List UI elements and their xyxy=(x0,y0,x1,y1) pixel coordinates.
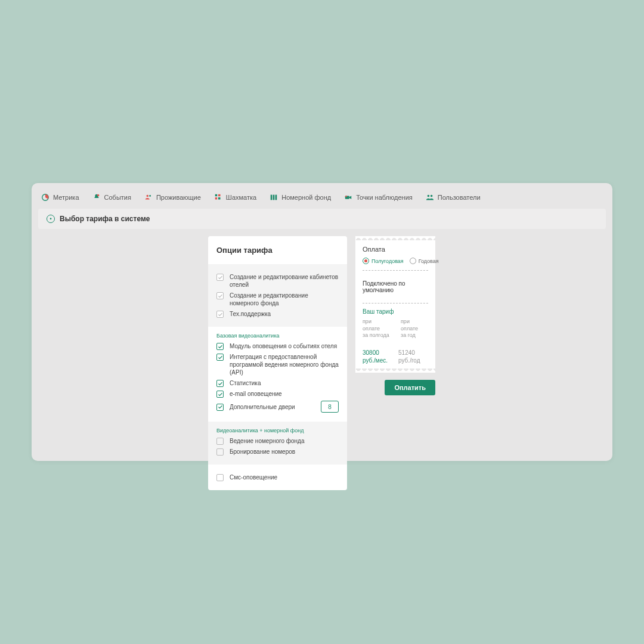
tariff-options-panel: Опции тарифа Создание и редактирование к… xyxy=(208,236,347,490)
price-headers: при оплатеза полгода при оплатеза год xyxy=(363,318,428,339)
page-title-bar: • Выбор тарифа в системе xyxy=(38,209,606,229)
svg-rect-10 xyxy=(275,195,277,200)
svg-rect-7 xyxy=(218,197,221,200)
nav-label: Пользователи xyxy=(438,194,481,201)
svg-point-3 xyxy=(149,195,151,197)
option-row[interactable]: Смс-оповещение xyxy=(216,473,339,481)
radio-half-year[interactable]: Полугодовая xyxy=(363,258,404,264)
svg-rect-8 xyxy=(271,195,273,200)
svg-point-1 xyxy=(97,194,99,197)
receipt-title: Оплата xyxy=(363,246,428,253)
pie-chart-icon xyxy=(41,193,49,202)
section-title: Базовая видеоаналитика xyxy=(216,333,339,339)
option-label: Ведение номерного фонда xyxy=(230,437,339,445)
radio-dot-icon xyxy=(363,258,369,264)
radio-label: Годовая xyxy=(419,258,439,264)
radio-dot-icon xyxy=(410,258,416,264)
period-radio-group: Полугодовая Годовая xyxy=(363,258,428,264)
svg-rect-6 xyxy=(215,197,218,200)
checkbox-icon[interactable] xyxy=(216,354,224,361)
option-label: Бронирование номеров xyxy=(230,448,339,456)
pay-button[interactable]: Оплатить xyxy=(385,380,435,395)
nav-users[interactable]: Пользователи xyxy=(426,193,481,202)
bars-icon xyxy=(270,193,278,202)
sms-section: Смс-оповещение xyxy=(208,465,347,490)
people-icon xyxy=(144,193,153,202)
option-label: Дополнительные двери xyxy=(230,403,315,411)
nav-chess[interactable]: Шахматка xyxy=(214,193,256,202)
checkbox-icon[interactable] xyxy=(216,474,224,481)
option-label: Модуль оповещения о событиях отеля xyxy=(230,342,339,350)
nav-surveillance[interactable]: Точки наблюдения xyxy=(344,193,413,202)
option-row[interactable]: Статистика xyxy=(216,379,339,387)
page-title: Выбор тарифа в системе xyxy=(60,215,150,223)
option-row: Создание и редактирование кабинетов отел… xyxy=(216,273,339,289)
full-analytics-section: Видеоаналитика + номерной фонд Ведение н… xyxy=(208,422,347,465)
price-year: 51240руб./год xyxy=(398,349,420,364)
radio-year[interactable]: Годовая xyxy=(410,258,439,264)
option-label: e-mail оповещение xyxy=(230,390,339,398)
camera-icon xyxy=(344,193,352,202)
users-icon xyxy=(426,193,434,202)
nav-rooms[interactable]: Номерной фонд xyxy=(270,193,331,202)
nav-label: Метрика xyxy=(53,194,79,201)
option-row: Тех.поддержка xyxy=(216,310,339,318)
your-tariff-label: Ваш тариф xyxy=(363,308,428,315)
nav-label: Точки наблюдения xyxy=(356,194,413,201)
option-row[interactable]: Модуль оповещения о событиях отеля xyxy=(216,342,339,350)
top-nav: Метрика События Проживающие Шахматка Ном… xyxy=(32,183,612,209)
option-label: Смс-оповещение xyxy=(230,473,339,481)
extra-doors-row[interactable]: Дополнительные двери xyxy=(216,401,339,413)
content-area: Опции тарифа Создание и редактирование к… xyxy=(32,229,612,490)
svg-rect-5 xyxy=(218,194,221,197)
option-row[interactable]: Ведение номерного фонда xyxy=(216,437,339,445)
checkbox-icon[interactable] xyxy=(216,438,224,445)
checkbox-locked-icon xyxy=(216,311,224,318)
option-label: Статистика xyxy=(230,379,339,387)
nav-label: Номерной фонд xyxy=(281,194,331,201)
radio-label: Полугодовая xyxy=(371,258,404,264)
svg-point-14 xyxy=(431,195,433,197)
option-row: Создание и редактирование номерного фонд… xyxy=(216,292,339,307)
nav-residents[interactable]: Проживающие xyxy=(144,193,201,202)
checkbox-locked-icon xyxy=(216,274,224,281)
basic-analytics-section: Базовая видеоаналитика Модуль оповещения… xyxy=(208,327,347,422)
price-half-year: 30800руб./мес. xyxy=(363,349,388,364)
section-title: Видеоаналитика + номерной фонд xyxy=(216,428,339,434)
price-header-half: при оплатеза полгода xyxy=(363,318,390,339)
nav-label: Шахматка xyxy=(226,194,256,201)
svg-point-12 xyxy=(345,196,347,197)
nav-label: События xyxy=(104,194,131,201)
checkbox-locked-icon xyxy=(216,292,224,299)
price-header-year: при оплатеза год xyxy=(401,318,428,339)
svg-point-2 xyxy=(146,195,148,197)
option-row[interactable]: Бронирование номеров xyxy=(216,448,339,456)
payment-receipt: Оплата Полугодовая Годовая Подключено по… xyxy=(355,236,435,373)
extra-doors-input[interactable] xyxy=(321,401,339,413)
options-panel-title: Опции тарифа xyxy=(208,236,347,264)
nav-metrics[interactable]: Метрика xyxy=(41,193,79,202)
price-row: 30800руб./мес. 51240руб./год xyxy=(363,349,428,364)
grid-icon xyxy=(214,193,222,202)
nav-events[interactable]: События xyxy=(92,193,131,202)
checkbox-icon[interactable] xyxy=(216,343,224,350)
info-icon: • xyxy=(47,215,55,223)
option-label: Создание и редактирование номерного фонд… xyxy=(230,292,339,307)
app-window: Метрика События Проживающие Шахматка Ном… xyxy=(32,183,612,461)
default-options-section: Создание и редактирование кабинетов отел… xyxy=(208,264,347,327)
checkbox-icon[interactable] xyxy=(216,448,224,456)
svg-rect-4 xyxy=(215,194,218,197)
option-row[interactable]: e-mail оповещение xyxy=(216,390,339,398)
nav-label: Проживающие xyxy=(156,194,201,201)
svg-rect-9 xyxy=(273,195,275,200)
divider xyxy=(363,270,428,271)
bell-icon xyxy=(92,193,101,202)
option-row[interactable]: Интеграция с предоставленной программой … xyxy=(216,353,339,376)
checkbox-icon[interactable] xyxy=(216,404,224,411)
checkbox-icon[interactable] xyxy=(216,391,224,398)
checkbox-icon[interactable] xyxy=(216,380,224,387)
option-label: Создание и редактирование кабинетов отел… xyxy=(230,273,339,289)
default-connected-text: Подключено по умолчанию xyxy=(363,280,428,293)
receipt-column: Оплата Полугодовая Годовая Подключено по… xyxy=(355,236,435,490)
divider xyxy=(363,303,428,304)
